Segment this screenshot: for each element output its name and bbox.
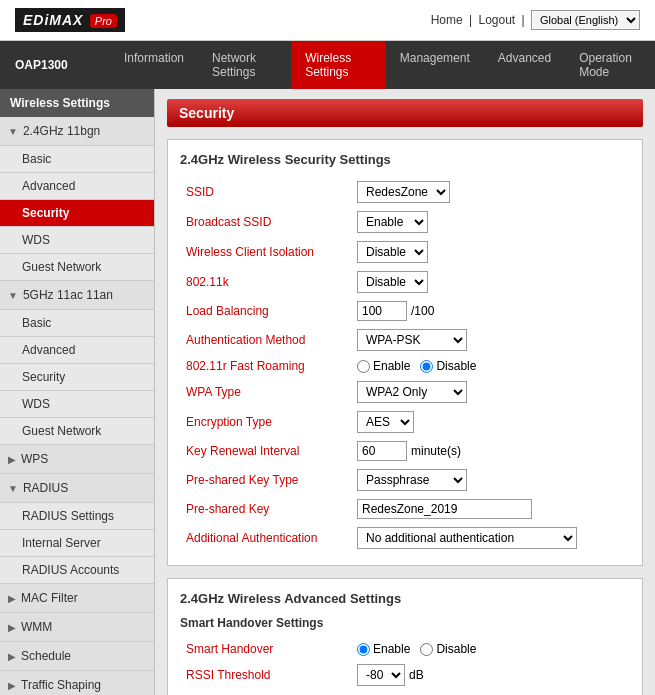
security-section-box: 2.4GHz Wireless Security Settings SSID R… xyxy=(167,139,643,566)
sidebar-section-label-wps: WPS xyxy=(21,452,48,466)
key-renewal-input[interactable] xyxy=(357,441,407,461)
select-auth-method[interactable]: WPA-PSK WPA2-PSK Open Shared xyxy=(357,329,467,351)
advanced-section-heading: 2.4GHz Wireless Advanced Settings xyxy=(180,591,630,606)
field-fast-roaming: 802.11r Fast Roaming Enable Disable xyxy=(180,355,630,377)
sidebar-section-24ghz[interactable]: ▼ 2.4GHz 11bgn xyxy=(0,117,154,146)
radio-enable-label[interactable]: Enable xyxy=(357,359,410,373)
sidebar-item-guestnetwork-5[interactable]: Guest Network xyxy=(0,418,154,445)
field-psk-type: Pre-shared Key Type Passphrase Hex xyxy=(180,465,630,495)
nav-network-settings[interactable]: Network Settings xyxy=(198,41,291,89)
field-load-balancing: Load Balancing /100 xyxy=(180,297,630,325)
page-title: Security xyxy=(167,99,643,127)
label-broadcast-ssid: Broadcast SSID xyxy=(180,207,351,237)
radio-enable-roaming[interactable] xyxy=(357,360,370,373)
field-key-renewal: Key Renewal Interval minute(s) xyxy=(180,437,630,465)
sidebar-section-label-24ghz: 2.4GHz 11bgn xyxy=(23,124,100,138)
select-psk-type[interactable]: Passphrase Hex xyxy=(357,469,467,491)
field-broadcast-ssid: Broadcast SSID Enable Disable xyxy=(180,207,630,237)
psk-input[interactable] xyxy=(357,499,532,519)
sidebar-item-basic-5[interactable]: Basic xyxy=(0,310,154,337)
select-rssi[interactable]: -80 -75 -70 -65 -60 xyxy=(357,664,405,686)
label-80211k: 802.11k xyxy=(180,267,351,297)
field-encryption-type: Encryption Type AES TKIP Auto xyxy=(180,407,630,437)
load-balance-input[interactable] xyxy=(357,301,407,321)
sidebar-section-5ghz[interactable]: ▼ 5GHz 11ac 11an xyxy=(0,281,154,310)
logo-box: EDiMAX Pro xyxy=(15,8,125,32)
sidebar-section-label-radius: RADIUS xyxy=(23,481,68,495)
sidebar-item-basic-24[interactable]: Basic xyxy=(0,146,154,173)
sidebar-item-security-24[interactable]: Security xyxy=(0,200,154,227)
arrow-schedule: ▶ xyxy=(8,651,16,662)
sidebar-item-wds-24[interactable]: WDS xyxy=(0,227,154,254)
radio-disable-handover[interactable] xyxy=(420,643,433,656)
radio-enable-handover[interactable] xyxy=(357,643,370,656)
load-balance-suffix: /100 xyxy=(411,304,434,318)
radio-fast-roaming: Enable Disable xyxy=(357,359,624,373)
arrow-macfilter: ▶ xyxy=(8,593,16,604)
main-layout: Wireless Settings ▼ 2.4GHz 11bgn Basic A… xyxy=(0,89,655,695)
select-additional-auth[interactable]: No additional authentication xyxy=(357,527,577,549)
sidebar-item-advanced-24[interactable]: Advanced xyxy=(0,173,154,200)
sidebar-section-label-wmm: WMM xyxy=(21,620,52,634)
label-ssid: SSID xyxy=(180,177,351,207)
arrow-wmm: ▶ xyxy=(8,622,16,633)
label-auth-method: Authentication Method xyxy=(180,325,351,355)
sidebar-section-traffic[interactable]: ▶ Traffic Shaping xyxy=(0,671,154,695)
advanced-form-table: Smart Handover Enable Disable RSSI Thres… xyxy=(180,638,630,690)
sidebar-item-radius-accounts[interactable]: RADIUS Accounts xyxy=(0,557,154,584)
field-auth-method: Authentication Method WPA-PSK WPA2-PSK O… xyxy=(180,325,630,355)
field-psk: Pre-shared Key xyxy=(180,495,630,523)
field-80211k: 802.11k Enable Disable xyxy=(180,267,630,297)
arrow-radius: ▼ xyxy=(8,483,18,494)
model-label: OAP1300 xyxy=(0,48,110,82)
advanced-section-box: 2.4GHz Wireless Advanced Settings Smart … xyxy=(167,578,643,695)
select-client-isolation[interactable]: Enable Disable xyxy=(357,241,428,263)
sidebar-item-internal-server[interactable]: Internal Server xyxy=(0,530,154,557)
label-rssi-threshold: RSSI Threshold xyxy=(180,660,351,690)
sidebar-section-wps[interactable]: ▶ WPS xyxy=(0,445,154,474)
sidebar-section-schedule[interactable]: ▶ Schedule xyxy=(0,642,154,671)
arrow-traffic: ▶ xyxy=(8,680,16,691)
select-encryption-type[interactable]: AES TKIP Auto xyxy=(357,411,414,433)
key-renewal-suffix: minute(s) xyxy=(411,444,461,458)
label-additional-auth: Additional Authentication xyxy=(180,523,351,553)
sidebar-section-macfilter[interactable]: ▶ MAC Filter xyxy=(0,584,154,613)
radio-disable-roaming[interactable] xyxy=(420,360,433,373)
logout-link[interactable]: Logout xyxy=(479,13,516,27)
language-select[interactable]: Global (English) xyxy=(531,10,640,30)
header: EDiMAX Pro Home | Logout | Global (Engli… xyxy=(0,0,655,41)
logo-pro: Pro xyxy=(90,14,117,28)
sidebar-item-advanced-5[interactable]: Advanced xyxy=(0,337,154,364)
sidebar-item-security-5[interactable]: Security xyxy=(0,364,154,391)
nav-advanced[interactable]: Advanced xyxy=(484,41,565,89)
arrow-5ghz: ▼ xyxy=(8,290,18,301)
nav-information[interactable]: Information xyxy=(110,41,198,89)
home-link[interactable]: Home xyxy=(431,13,463,27)
sidebar-item-radius-settings[interactable]: RADIUS Settings xyxy=(0,503,154,530)
select-wpa-type[interactable]: WPA2 Only WPA Only Auto xyxy=(357,381,467,403)
nav-wireless-settings[interactable]: Wireless Settings xyxy=(291,41,386,89)
sidebar-item-wds-5[interactable]: WDS xyxy=(0,391,154,418)
arrow-24ghz: ▼ xyxy=(8,126,18,137)
sidebar-section-label-schedule: Schedule xyxy=(21,649,71,663)
radio-disable-label[interactable]: Disable xyxy=(420,359,476,373)
sidebar-section-radius[interactable]: ▼ RADIUS xyxy=(0,474,154,503)
sidebar-title: Wireless Settings xyxy=(0,89,154,117)
sidebar-item-guestnetwork-24[interactable]: Guest Network xyxy=(0,254,154,281)
sidebar-section-label-macfilter: MAC Filter xyxy=(21,591,78,605)
nav-operation-mode[interactable]: Operation Mode xyxy=(565,41,655,89)
sidebar-section-wmm[interactable]: ▶ WMM xyxy=(0,613,154,642)
field-ssid: SSID RedesZone xyxy=(180,177,630,207)
logo: EDiMAX Pro xyxy=(15,8,125,32)
radio-disable-handover-label[interactable]: Disable xyxy=(420,642,476,656)
nav-management[interactable]: Management xyxy=(386,41,484,89)
field-wpa-type: WPA Type WPA2 Only WPA Only Auto xyxy=(180,377,630,407)
select-80211k[interactable]: Enable Disable xyxy=(357,271,428,293)
select-ssid[interactable]: RedesZone xyxy=(357,181,450,203)
select-broadcast-ssid[interactable]: Enable Disable xyxy=(357,211,428,233)
field-additional-auth: Additional Authentication No additional … xyxy=(180,523,630,553)
radio-smart-handover: Enable Disable xyxy=(357,642,624,656)
smart-handover-settings-label: Smart Handover Settings xyxy=(180,616,630,630)
radio-enable-handover-label[interactable]: Enable xyxy=(357,642,410,656)
field-client-isolation: Wireless Client Isolation Enable Disable xyxy=(180,237,630,267)
